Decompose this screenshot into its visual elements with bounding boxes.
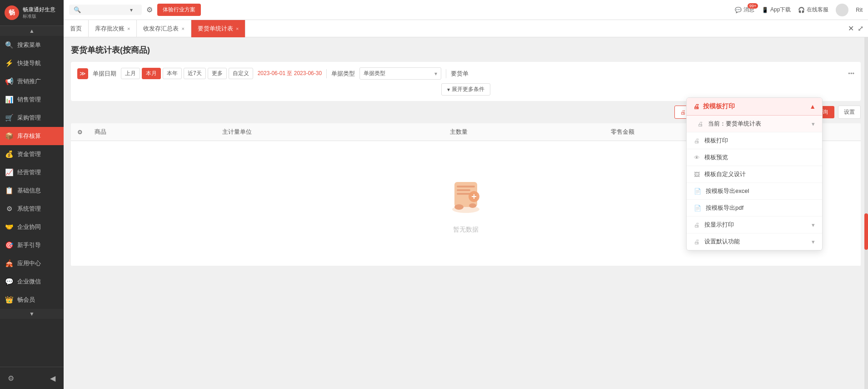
topbar-app-download[interactable]: 📱 App下载 <box>762 6 791 14</box>
app-logo-text: 畅康通好生意 标准版 <box>23 6 55 20</box>
svg-point-9 <box>469 203 476 208</box>
chevron-down-icon: ▾ <box>434 71 437 77</box>
col-qty: 主数量 <box>444 123 605 141</box>
expand-more-btn[interactable]: ▾ 展开更多条件 <box>441 83 490 96</box>
filter-sep2 <box>446 69 446 78</box>
main-content: 🔍 ▾ ⚙ 体验行业方案 💬 消息 99+ 📱 App下载 🎧 在线客服 <box>64 0 868 389</box>
more-options-icon[interactable]: ••• <box>848 70 854 77</box>
search-dropdown-btn[interactable]: ▾ <box>130 7 133 13</box>
dropdown-header[interactable]: 🖨 按模板打印 ▲ <box>687 98 822 116</box>
tabs-maximize-btn[interactable]: ⤢ <box>858 24 863 33</box>
tags-label: 要货单 <box>451 70 469 78</box>
dropdown-item-template-excel[interactable]: 📄 按模板导出excel <box>687 183 822 200</box>
tabs-close-all-btn[interactable]: ✕ <box>848 24 854 33</box>
filter-section: ≫ 单据日期 上月 本月 本年 近7天 更多 自定义 2023-06-01 至 … <box>71 62 861 101</box>
tab-close-stock-batch[interactable]: × <box>127 26 130 31</box>
order-type-select[interactable]: 单据类型 ▾ <box>359 67 441 80</box>
system-icon: ⚙ <box>5 204 14 213</box>
sidebar-item-search[interactable]: 🔍 搜索菜单 <box>0 36 64 54</box>
sidebar-scroll-down[interactable]: ▼ <box>0 309 64 319</box>
user-name[interactable]: Rit <box>856 7 863 13</box>
col-unit: 主计量单位 <box>217 123 444 141</box>
sidebar-item-shortcut[interactable]: ⚡ 快捷导航 <box>0 54 64 72</box>
tab-order-stats[interactable]: 要货单统计表 × <box>191 20 245 37</box>
topbar-msg[interactable]: 💬 消息 99+ <box>735 6 754 14</box>
collapse-icon[interactable]: ◀ <box>46 372 59 384</box>
svg-rect-3 <box>457 189 470 191</box>
sidebar-item-operation[interactable]: 📈 经营管理 <box>0 163 64 182</box>
newbie-icon: 🎯 <box>5 241 14 250</box>
date-btn-custom[interactable]: 自定义 <box>229 68 253 79</box>
date-btn-year[interactable]: 本年 <box>163 68 182 79</box>
sidebar-item-marketing[interactable]: 📢 营销推广 <box>0 72 64 91</box>
sidebar-nav: ▲ 🔍 搜索菜单 ⚡ 快捷导航 📢 营销推广 📊 销售管理 🛒 采购管理 📦 库… <box>0 26 64 367</box>
date-btn-prev[interactable]: 上月 <box>121 68 140 79</box>
tab-home[interactable]: 首页 <box>64 20 89 37</box>
right-scrollbar[interactable] <box>864 37 868 389</box>
tabs-bar-end: ✕ ⤢ <box>848 24 868 33</box>
topbar-gear-icon[interactable]: ⚙ <box>146 5 153 14</box>
date-range-display: 2023-06-01 至 2023-06-30 <box>258 70 322 77</box>
col-gear[interactable]: ⚙ <box>71 123 89 141</box>
purchase-icon: 🛒 <box>5 113 14 122</box>
dropdown-item-display-print[interactable]: 🖨 按显示打印 ▾ <box>687 217 822 233</box>
arrow-right-icon2: ▾ <box>812 238 815 245</box>
topbar-online-service[interactable]: 🎧 在线客服 <box>798 6 828 14</box>
sidebar-item-appstore[interactable]: 🎪 应用中心 <box>0 254 64 273</box>
tabs-bar: 首页 库存批次账 × 收发存汇总表 × 要货单统计表 × ✕ ⤢ <box>64 20 868 37</box>
current-item-arrow: ▾ <box>812 121 815 127</box>
sidebar-item-purchase[interactable]: 🛒 采购管理 <box>0 109 64 127</box>
dropdown-item-template-pdf[interactable]: 📄 按模板导出pdf <box>687 200 822 217</box>
page-content: 要货单统计表(按商品) ≫ 单据日期 上月 本月 本年 近7天 更多 自定义 2… <box>64 37 868 389</box>
date-btn-cur[interactable]: 本月 <box>142 68 161 79</box>
date-btns: 上月 本月 本年 近7天 更多 自定义 <box>121 68 253 79</box>
chevron-down-icon: ▾ <box>130 7 133 13</box>
dropdown-item-set-default[interactable]: 🖨 设置默认功能 ▾ <box>687 233 822 250</box>
topbar-search-box[interactable]: 🔍 ▾ <box>69 5 142 15</box>
printer-icon: 🖨 <box>680 109 686 116</box>
online-service-icon: 🎧 <box>798 7 805 13</box>
dropdown-item-template-preview[interactable]: 👁 模板预览 <box>687 149 822 166</box>
dropdown-item-template-print[interactable]: 🖨 模板打印 <box>687 132 822 149</box>
empty-icon <box>443 173 489 218</box>
sidebar-scroll-up[interactable]: ▲ <box>0 26 64 36</box>
member-icon: 👑 <box>5 295 14 304</box>
user-avatar[interactable] <box>836 4 848 16</box>
sidebar-item-collab[interactable]: 🤝 企业协同 <box>0 218 64 236</box>
date-btn-week[interactable]: 近7天 <box>184 68 206 79</box>
sidebar-item-wechat[interactable]: 💬 企业微信 <box>0 273 64 291</box>
appstore-icon: 🎪 <box>5 259 14 268</box>
tab-stock-batch[interactable]: 库存批次账 × <box>89 20 137 37</box>
search-input[interactable] <box>83 7 128 13</box>
sidebar-item-newbie[interactable]: 🎯 新手引导 <box>0 236 64 254</box>
shortcut-icon: ⚡ <box>5 59 14 68</box>
print-dropdown-panel: 🖨 按模板打印 ▲ 🖨 当前：要货单统计表 ▾ 🖨 模板打印 👁 模板预览 <box>686 97 823 251</box>
sidebar-item-basic[interactable]: 📋 基础信息 <box>0 182 64 200</box>
sidebar-item-stock[interactable]: 📦 库存核算 <box>0 127 64 145</box>
stock-icon: 📦 <box>5 131 14 141</box>
dropdown-current-item[interactable]: 🖨 当前：要货单统计表 ▾ <box>687 116 822 132</box>
app-logo-icon: 畅 <box>5 5 19 20</box>
set-default-icon: 🖨 <box>694 238 700 245</box>
order-type-label: 单据类型 <box>331 70 355 78</box>
settings-icon[interactable]: ⚙ <box>5 372 17 384</box>
sidebar-item-sales[interactable]: 📊 销售管理 <box>0 91 64 109</box>
settings-table-btn[interactable]: 设置 <box>838 106 861 119</box>
sidebar-item-finance[interactable]: 💰 资金管理 <box>0 145 64 163</box>
filter-row-main: ≫ 单据日期 上月 本月 本年 近7天 更多 自定义 2023-06-01 至 … <box>77 67 854 80</box>
search-icon: 🔍 <box>5 40 14 50</box>
dropdown-item-template-custom[interactable]: 🖼 模板自定义设计 <box>687 166 822 183</box>
trial-btn[interactable]: 体验行业方案 <box>157 4 201 16</box>
tab-receive-summary[interactable]: 收发存汇总表 × <box>137 20 191 37</box>
current-item-icon: 🖨 <box>698 121 703 127</box>
sidebar-item-member[interactable]: 👑 畅会员 <box>0 291 64 309</box>
tab-close-order-stats[interactable]: × <box>236 26 239 31</box>
template-pdf-icon: 📄 <box>694 205 701 212</box>
filter-expand-btn[interactable]: ≫ <box>77 68 88 79</box>
date-btn-more[interactable]: 更多 <box>208 68 227 79</box>
tab-close-receive-summary[interactable]: × <box>181 26 184 31</box>
dropdown-collapse-icon[interactable]: ▲ <box>809 103 816 110</box>
sidebar-item-system[interactable]: ⚙ 系统管理 <box>0 200 64 218</box>
collab-icon: 🤝 <box>5 222 14 232</box>
date-label: 单据日期 <box>93 70 116 78</box>
